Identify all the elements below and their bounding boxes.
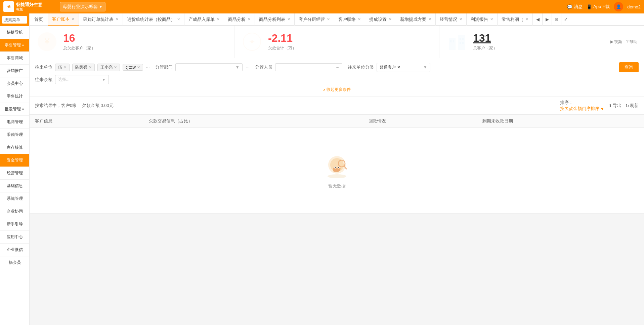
tab-product-inbound[interactable]: 产成品入库单 ✕: [184, 13, 224, 26]
close-tab-product-analysis-list[interactable]: ✕: [287, 17, 290, 22]
dropdown-arrow-icon: ▼: [99, 5, 102, 9]
sidebar-item-enterprise-coop[interactable]: 企业协同: [0, 205, 29, 218]
sidebar-item-retail-mall[interactable]: 零售商城: [0, 52, 29, 65]
message-icon: 💬: [567, 4, 572, 9]
more-tags-button[interactable]: ···: [146, 65, 150, 70]
sidebar-item-enterprise-wechat[interactable]: 企业微信: [0, 244, 29, 256]
stat-num-customers: 16: [63, 32, 95, 44]
sidebar-item-quick-nav[interactable]: 快捷导航: [0, 26, 29, 39]
svg-rect-11: [462, 42, 464, 44]
tab-customer-accounts[interactable]: 客户账本 ✕: [48, 13, 79, 26]
app-version: 标版: [16, 7, 42, 11]
close-tab-customer-segmentation[interactable]: ✕: [327, 17, 330, 22]
tab-prev-button[interactable]: ◀: [533, 13, 542, 26]
filter-tag-wu: 伍 ✕: [55, 64, 70, 71]
sidebar-item-ecommerce[interactable]: 电商管理: [0, 116, 29, 129]
query-button[interactable]: 查询: [619, 62, 639, 72]
sidebar-item-app-center[interactable]: 应用中心: [0, 231, 29, 244]
remove-tag-wangxiaoliang[interactable]: ✕: [114, 65, 117, 70]
balance-filter-select[interactable]: 选择... ▼: [55, 75, 109, 84]
username: demo2: [627, 4, 641, 9]
video-link[interactable]: ▶ 视频: [610, 39, 622, 45]
chevron-up-icon: ∧: [323, 87, 326, 92]
close-tab-purchase-order-stats[interactable]: ✕: [116, 17, 119, 22]
sidebar-item-system[interactable]: 系统管理: [0, 192, 29, 205]
collapse-button[interactable]: ∧ 收起更多条件: [323, 87, 351, 93]
unit-class-filter-select[interactable]: 普通客户 ✕ ▼: [377, 63, 430, 72]
tab-customer-segmentation[interactable]: 客户分层经营 ✕: [295, 13, 334, 26]
col-header-customer-info: 客户信息: [30, 115, 143, 128]
sidebar-item-member[interactable]: 畅会员: [0, 256, 29, 269]
sidebar-item-wholesale-mgmt[interactable]: 批发管理 ▼: [0, 103, 29, 116]
sidebar-item-inventory[interactable]: 库存核算: [0, 141, 29, 154]
close-tab-product-analysis[interactable]: ✕: [248, 17, 251, 22]
avatar[interactable]: 👤: [614, 2, 623, 11]
tab-next-button[interactable]: ▶: [542, 13, 552, 26]
play-icon: ▶: [610, 39, 613, 44]
svg-rect-6: [450, 40, 452, 42]
close-tab-customer-accounts[interactable]: ✕: [72, 17, 75, 21]
unit-filter-label: 往来单位: [35, 64, 52, 70]
tab-profit-report[interactable]: 利润报告 ✕: [467, 13, 498, 26]
filter-row-1: 往来单位 伍 ✕ 陈民强 ✕ 王小亮 ✕: [35, 62, 639, 72]
remove-tag-cjttcw[interactable]: ✕: [137, 65, 140, 70]
sidebar-item-member-center[interactable]: 会员中心: [0, 77, 29, 90]
tab-new-tips-plan[interactable]: 新增提成方案 ✕: [396, 13, 436, 26]
sidebar-item-retail-stats[interactable]: 零售统计: [0, 90, 29, 103]
empty-state-cell: 暂无数据: [30, 128, 644, 214]
manager-filter-select[interactable]: ···: [275, 63, 342, 71]
sidebar-item-retail-mgmt[interactable]: 零售管理 ▼: [0, 39, 29, 52]
remove-unit-class-tag[interactable]: ✕: [397, 65, 400, 70]
search-menu-input[interactable]: [2, 16, 27, 24]
sidebar-item-beginner-guide[interactable]: 新手引导: [0, 218, 29, 231]
close-tab-product-inbound[interactable]: ✕: [217, 17, 220, 22]
sidebar-item-purchase[interactable]: 采购管理: [0, 129, 29, 141]
close-tab-customer-contact[interactable]: ✕: [358, 17, 361, 22]
tab-product-analysis-list[interactable]: 商品分析列表 ✕: [255, 13, 295, 26]
remove-tag-wu[interactable]: ✕: [63, 65, 67, 70]
sidebar-item-marketing[interactable]: 营销推广: [0, 65, 29, 77]
close-tab-purchase-inbound-stats[interactable]: ✕: [177, 17, 180, 22]
messages-button[interactable]: 💬 消息: [567, 4, 583, 10]
debt-icon: ✦: [241, 31, 263, 52]
sidebar-item-finance[interactable]: 资金管理: [0, 154, 29, 167]
refresh-icon: ↻: [626, 103, 629, 108]
close-tab-profit-report[interactable]: ✕: [490, 17, 493, 22]
tab-tips-settings[interactable]: 提成设置 ✕: [365, 13, 396, 26]
tab-menu-button[interactable]: ⊟: [552, 13, 561, 26]
chevron-down-icon: ▼: [22, 44, 25, 47]
sidebar-item-operation[interactable]: 经营管理: [0, 167, 29, 180]
tab-product-analysis[interactable]: 商品分析 ✕: [224, 13, 255, 26]
dept-more-btn[interactable]: ···: [246, 65, 250, 70]
sidebar-item-basic-info[interactable]: 基础信息: [0, 180, 29, 192]
tab-expand-button[interactable]: ⤢: [561, 13, 570, 26]
close-tab-tips-settings[interactable]: ✕: [389, 17, 392, 22]
tab-business-status[interactable]: 经营情况 ✕: [436, 13, 467, 26]
tab-home[interactable]: 首页: [30, 13, 48, 26]
tab-purchase-order-stats[interactable]: 采购订单统计表 ✕: [79, 13, 123, 26]
close-tab-retail-profit[interactable]: ✕: [525, 17, 528, 22]
close-tab-new-tips-plan[interactable]: ✕: [428, 17, 431, 22]
store-selector[interactable]: 母婴行业演示帐套 ▼: [60, 2, 105, 11]
tab-retail-profit[interactable]: 零售利润（ ✕: [498, 13, 533, 26]
stat-label-total: 总客户（家）: [473, 45, 497, 51]
result-bar-right: 排序： 按欠款金额倒序排序 ▼ ⬆ 导出 ↻ 刷新: [560, 100, 639, 112]
remove-tag-chenminqiang[interactable]: ✕: [89, 65, 92, 70]
dept-filter-select[interactable]: ▼: [175, 63, 243, 71]
tab-purchase-inbound-stats[interactable]: 进货单统计表（按商品） ✕: [123, 13, 184, 26]
tab-bar: 首页 客户账本 ✕ 采购订单统计表 ✕ 进货单统计表（按商品） ✕ 产成品入库单…: [30, 13, 644, 26]
tab-customer-contact[interactable]: 客户联络 ✕: [334, 13, 365, 26]
sidebar: 快捷导航 零售管理 ▼ 零售商城 营销推广 会员中心: [0, 13, 30, 325]
dept-filter-label: 分管部门: [155, 64, 173, 70]
main-content: ¥ 16 总欠款客户（家） ✦: [30, 26, 644, 325]
export-button[interactable]: ⬆ 导出: [608, 103, 621, 109]
close-tab-business-status[interactable]: ✕: [459, 17, 462, 22]
help-link[interactable]: ? 帮助: [626, 39, 637, 45]
sort-button[interactable]: 按欠款金额倒序排序 ▼: [560, 106, 604, 112]
balance-filter-label: 往来余额: [35, 77, 52, 83]
manager-dropdown-icon: ···: [336, 65, 339, 70]
manager-filter-label: 分管人员: [255, 64, 272, 70]
stat-text-debt: -2.11 欠款合计（万）: [268, 32, 296, 51]
refresh-button[interactable]: ↻ 刷新: [626, 103, 639, 109]
app-download-button[interactable]: 📱 App下载: [587, 4, 610, 10]
